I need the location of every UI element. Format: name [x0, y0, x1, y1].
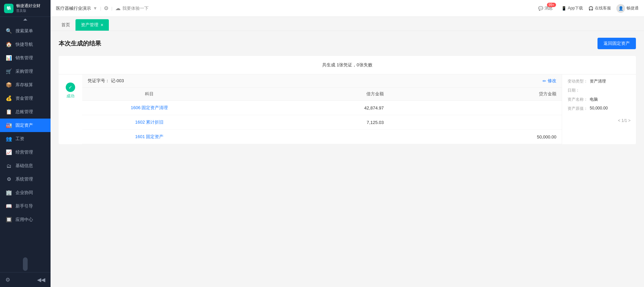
subject-cell: 1602 累计折旧	[82, 115, 216, 130]
company-selector[interactable]: 医疗器械行业演示 ▼	[56, 5, 97, 11]
sidebar-item-label: 搜索菜单	[16, 28, 33, 34]
funds-icon: 💰	[5, 95, 12, 102]
voucher-number-label: 凭证字号：	[88, 78, 110, 83]
sidebar-item-quick-nav[interactable]: 🏠 快捷导航	[0, 38, 51, 51]
edit-button[interactable]: ✏ 修改	[543, 78, 556, 84]
credit-cell	[389, 101, 562, 115]
sidebar-item-purchase[interactable]: 🛒 采购管理	[0, 65, 51, 78]
sidebar-item-funds[interactable]: 💰 资金管理	[0, 92, 51, 105]
sidebar-item-enterprise[interactable]: 🏢 企业协同	[0, 186, 51, 199]
sales-icon: 📊	[5, 55, 12, 61]
logo-icon: 畅	[4, 4, 13, 13]
tab-home[interactable]: 首页	[56, 19, 75, 31]
voucher-number: 凭证字号： 记-003	[88, 78, 124, 84]
search-icon: 🔍	[5, 28, 12, 34]
enterprise-icon: 🏢	[5, 189, 12, 196]
edit-label: 修改	[548, 78, 556, 84]
sidebar-item-search[interactable]: 🔍 搜索菜单	[0, 24, 51, 38]
success-icon-cell: ✓ 成功	[59, 74, 82, 144]
sidebar-item-operations[interactable]: 📈 经营管理	[0, 146, 51, 159]
voucher-main: 凭证字号： 记-003 ✏ 修改 科目 借方金额	[82, 74, 562, 144]
topbar-left: 医疗器械行业演示 ▼ | ⚙ | ☁ 我要体验一下	[56, 5, 149, 11]
change-type-value: 资产清理	[590, 78, 606, 84]
sidebar-item-label: 企业协同	[16, 190, 33, 196]
basics-icon: 🗂	[5, 162, 12, 169]
tab-assets-label: 资产管理	[81, 22, 98, 28]
credit-cell: 50,000.00	[389, 130, 562, 144]
asset-name-value: 电脑	[590, 97, 598, 102]
avatar: 👤	[616, 4, 625, 13]
scroll-up-button[interactable]	[0, 17, 51, 22]
asset-original-label: 资产原值：	[568, 106, 588, 111]
online-service-button[interactable]: 🎧 在线客服	[588, 5, 611, 11]
sidebar-item-basics[interactable]: 🗂 基础信息	[0, 159, 51, 172]
page-title: 本次生成的结果	[59, 39, 101, 47]
subject-cell: 1601 固定资产	[82, 130, 216, 144]
company-name: 医疗器械行业演示	[56, 5, 91, 11]
asset-original-value: 50,000.00	[590, 106, 608, 111]
download-icon: 📱	[561, 6, 566, 11]
success-label: 成功	[66, 93, 74, 99]
sidebar-item-sales[interactable]: 📊 销售管理	[0, 51, 51, 65]
main-content: 医疗器械行业演示 ▼ | ⚙ | ☁ 我要体验一下 💬 消息 99+ 📱 App…	[51, 0, 644, 287]
message-button[interactable]: 💬 消息 99+	[538, 5, 553, 11]
sidebar: 畅 畅捷通好业财 普及版 🔍 搜索菜单 🏠 快捷导航 📊 销售管理 🛒 采购管理…	[0, 0, 51, 287]
return-button[interactable]: 返回固定资产	[597, 38, 636, 49]
sidebar-item-label: 系统管理	[16, 176, 33, 182]
sidebar-item-apps[interactable]: 🔲 应用中心	[0, 213, 51, 226]
message-icon: 💬	[538, 6, 543, 11]
sidebar-item-label: 新手引导	[16, 203, 33, 209]
asset-name-label: 资产名称：	[568, 97, 588, 102]
tab-close-icon[interactable]: ✕	[100, 23, 103, 27]
sidebar-item-system[interactable]: ⚙ 系统管理	[0, 172, 51, 186]
cloud-icon: ☁	[115, 5, 121, 11]
table-row: 1602 累计折旧 7,125.03	[82, 115, 562, 130]
voucher-header: 凭证字号： 记-003 ✏ 修改	[82, 74, 562, 88]
user-avatar-area[interactable]: 👤 畅捷通	[616, 4, 639, 13]
sidebar-item-ledger[interactable]: 📋 总账管理	[0, 105, 51, 119]
subject-cell: 1606 固定资产清理	[82, 101, 216, 115]
side-pagination[interactable]: < 1/1 >	[568, 118, 631, 123]
col-header-debit: 借方金额	[216, 88, 389, 101]
sidebar-item-label: 库存核算	[16, 82, 33, 88]
date-label: 日期：	[568, 88, 580, 93]
success-circle: ✓	[66, 83, 75, 92]
side-change-type: 变动类型： 资产清理	[568, 78, 631, 84]
page-content: 本次生成的结果 返回固定资产 共生成 1张凭证，0张失败 ✓ 成功	[51, 31, 644, 287]
change-type-label: 变动类型：	[568, 78, 588, 84]
app-download-button[interactable]: 📱 App下载	[561, 5, 583, 11]
settings-footer-icon[interactable]: ⚙	[5, 277, 10, 283]
sidebar-item-guide[interactable]: 📖 新手引导	[0, 199, 51, 213]
side-asset-original: 资产原值： 50,000.00	[568, 106, 631, 111]
collapse-icon[interactable]: ◀◀	[37, 277, 45, 283]
chevron-down-icon: ▼	[93, 6, 97, 11]
sidebar-item-label: 资金管理	[16, 95, 33, 101]
table-row: 1606 固定资产清理 42,874.97	[82, 101, 562, 115]
payroll-icon: 👥	[5, 135, 12, 142]
sidebar-footer: ⚙ ◀◀	[0, 272, 51, 287]
sidebar-item-payroll[interactable]: 👥 工资	[0, 132, 51, 146]
tab-assets[interactable]: 资产管理 ✕	[75, 19, 109, 31]
sidebar-item-label: 固定资产	[16, 122, 33, 128]
operations-icon: 📈	[5, 149, 12, 156]
topbar-right: 💬 消息 99+ 📱 App下载 🎧 在线客服 👤 畅捷通	[538, 4, 639, 13]
sidebar-logo: 畅 畅捷通好业财 普及版	[0, 0, 51, 17]
separator2: |	[111, 6, 112, 11]
settings-icon[interactable]: ⚙	[104, 5, 109, 11]
table-row: 1601 固定资产 50,000.00	[82, 130, 562, 144]
credit-cell	[389, 115, 562, 130]
guide-icon: 📖	[5, 203, 12, 210]
page-header: 本次生成的结果 返回固定资产	[59, 38, 636, 49]
voucher-table: 科目 借方金额 贷方金额 1606 固定资产清理 42,874.97	[82, 88, 562, 144]
sidebar-item-inventory[interactable]: 📦 库存核算	[0, 78, 51, 92]
experience-button[interactable]: ☁ 我要体验一下	[115, 5, 149, 11]
voucher-container: ✓ 成功 凭证字号： 记-003 ✏ 修改	[59, 74, 636, 144]
side-asset-name: 资产名称： 电脑	[568, 97, 631, 102]
separator: |	[100, 6, 101, 11]
sidebar-item-fixed-assets[interactable]: 🏭 固定资产	[0, 119, 51, 132]
sidebar-item-label: 采购管理	[16, 68, 33, 74]
online-service-label: 在线客服	[595, 5, 611, 11]
edit-icon: ✏	[543, 78, 546, 84]
sidebar-item-label: 应用中心	[16, 217, 33, 223]
col-header-subject: 科目	[82, 88, 216, 101]
